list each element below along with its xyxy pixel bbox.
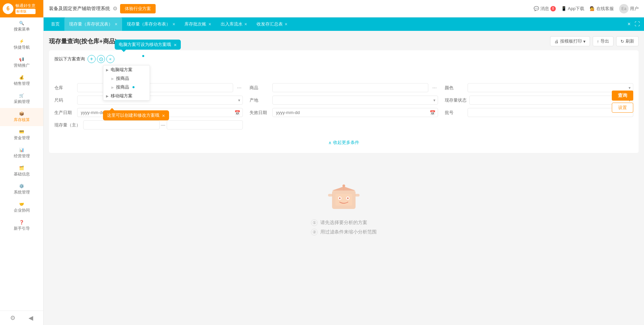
search-actions: 查询 设置 <box>612 91 633 113</box>
page-container: 现存量查询(按仓库+商品) 🖨 按模板打印 ▾ ↑ 导出 ↻ 刷新 <box>44 31 644 325</box>
search-button[interactable]: 查询 <box>612 91 633 101</box>
sidebar-item-inventory[interactable]: 📦 库存核算 <box>0 108 43 126</box>
export-btn[interactable]: ↑ 导出 <box>593 36 614 46</box>
app-download-btn[interactable]: 📱 App下载 <box>561 6 584 12</box>
online-service-btn[interactable]: 💁 在线客服 <box>590 6 614 12</box>
notice-btn[interactable]: 💬 消息 8 <box>534 6 556 12</box>
collapse-sidebar-btn[interactable]: ◀ <box>29 314 33 322</box>
tabs-close-all-btn[interactable]: × <box>626 20 632 29</box>
collapse-label: 收起更多条件 <box>333 140 359 146</box>
notice-label: 消息 <box>540 6 549 12</box>
origin-row: 产地 ▾ <box>250 96 438 105</box>
sidebar-item-basic[interactable]: 🗂️ 基础信息 <box>0 162 43 180</box>
warehouse-label: 仓库 <box>54 85 74 91</box>
print-btn[interactable]: 🖨 按模板打印 ▾ <box>550 36 590 46</box>
size-select[interactable] <box>77 96 243 105</box>
notice-icon: 💬 <box>534 6 539 11</box>
tab-home[interactable]: 首页 <box>46 17 64 31</box>
plan-item-2[interactable]: ▶ 按商品 <box>109 83 150 92</box>
sidebar-item-purchase[interactable]: 🛒 采购管理 <box>0 90 43 108</box>
tab-close-inventory-batch[interactable]: × <box>208 21 211 27</box>
stock-qty-row: 现存量（主） — <box>54 120 243 129</box>
exp-date-row: 失效日期 📅 <box>250 108 438 117</box>
goods-ellipsis[interactable]: ··· <box>431 85 438 91</box>
print-icon: 🖨 <box>554 39 559 44</box>
batch-input[interactable] <box>468 108 633 117</box>
stock-status-select[interactable] <box>469 96 633 105</box>
page-title: 现存量查询(按仓库+商品) <box>49 37 117 45</box>
prod-date-icon[interactable]: 📅 <box>234 110 240 115</box>
copy-plan-btn[interactable]: ⊙ <box>97 55 105 63</box>
sidebar-item-operations[interactable]: 📊 经营管理 <box>0 144 43 162</box>
system-name: 装备及固定资产辅助管理系统 <box>49 6 110 12</box>
user-avatar: Ea <box>619 4 629 13</box>
svg-rect-1 <box>335 194 352 206</box>
color-select[interactable] <box>468 83 633 92</box>
add-plan-btn[interactable]: + <box>88 55 96 63</box>
tooltip-bottom-close[interactable]: × <box>162 113 165 118</box>
desktop-plan-group[interactable]: ▶ 电脑端方案 <box>103 65 150 74</box>
color-row: 颜色 ▾ <box>445 83 633 92</box>
sidebar-item-marketing[interactable]: 📢 营销推广 <box>0 54 43 72</box>
user-menu-btn[interactable]: Ea 用户 <box>619 4 639 13</box>
tab-close-in-out-flow[interactable]: × <box>245 21 247 27</box>
sidebar-item-sales[interactable]: 💰 销售管理 <box>0 72 43 90</box>
tab-receive-send[interactable]: 收发存汇总表 × <box>252 17 292 31</box>
reset-button[interactable]: 设置 <box>612 103 633 113</box>
move-plan-btn[interactable]: « <box>106 55 114 63</box>
warehouse-ellipsis[interactable]: ··· <box>236 85 243 91</box>
tab-inventory-batch[interactable]: 库存批次账 × <box>180 17 216 31</box>
settings-footer-btn[interactable]: ⚙ <box>10 314 15 322</box>
stock-status-label: 现存量状态 <box>445 97 467 103</box>
goods-input[interactable] <box>272 83 428 92</box>
empty-steps: ① 请先选择要分析的方案 ② 用过滤条件来缩小分析范围 <box>311 219 377 235</box>
prod-date-label: 生产日期 <box>54 110 74 116</box>
tab-close-inventory-status[interactable]: × <box>115 21 117 27</box>
tab-inventory-status[interactable]: 现存量（库存状况表） × <box>64 17 122 31</box>
sidebar-footer: ⚙ ◀ <box>0 311 43 325</box>
sidebar-item-search[interactable]: 🔍 搜索菜单 <box>0 17 43 36</box>
sidebar-item-system[interactable]: ⚙️ 系统管理 <box>0 180 43 199</box>
svg-rect-9 <box>355 194 360 197</box>
tab-close-receive-send[interactable]: × <box>285 21 287 27</box>
mobile-plan-group[interactable]: ▶ 移动端方案 <box>103 92 150 100</box>
origin-select[interactable] <box>272 96 438 105</box>
tab-inventory-dist[interactable]: 现存量（库存分布表） × <box>122 17 180 31</box>
timeline-dot <box>142 54 145 58</box>
tooltip-top-close[interactable]: × <box>174 42 177 48</box>
warehouse-input[interactable] <box>77 83 233 92</box>
settings-icon[interactable]: ⚙ <box>113 5 117 12</box>
trial-btn[interactable]: 体验行业方案 <box>120 4 156 13</box>
sidebar-item-enterprise[interactable]: 🤝 企业协同 <box>0 199 43 217</box>
tooltip-text: 电脑方案可设为移动方案哦 <box>119 42 171 48</box>
tabs-actions: × ⛶ <box>626 20 641 29</box>
collapse-bar[interactable]: ∧ 收起更多条件 <box>54 137 633 148</box>
sidebar-item-finance[interactable]: 💳 资金管理 <box>0 126 43 144</box>
exp-date-icon[interactable]: 📅 <box>430 110 435 115</box>
tab-close-inventory-dist[interactable]: × <box>172 21 175 27</box>
query-panel: 按以下方案查询 + ⊙ « 电脑方案可设为移动方案哦 × ▶ 电脑端方案 <box>49 50 639 153</box>
tooltip-bottom-text: 这里可以创建和修改方案哦 <box>107 112 159 118</box>
user-label: 用户 <box>630 6 639 12</box>
tabs-fullscreen-btn[interactable]: ⛶ <box>633 20 641 29</box>
stock-qty-min[interactable] <box>83 120 160 129</box>
origin-label: 产地 <box>250 97 270 103</box>
size-label: 尺码 <box>54 97 74 103</box>
notice-badge: 8 <box>550 6 556 11</box>
refresh-btn[interactable]: ↻ 刷新 <box>616 36 639 46</box>
tooltip-create-plan: 这里可以创建和修改方案哦 × <box>103 110 169 120</box>
sidebar-item-quicknav[interactable]: ⚡ 快捷导航 <box>0 36 43 54</box>
tabs-bar: 首页 现存量（库存状况表） × 现存量（库存分布表） × 库存批次账 × 出入库… <box>44 17 644 31</box>
tab-in-out-flow[interactable]: 出入库流水 × <box>216 17 252 31</box>
color-label: 颜色 <box>445 85 465 91</box>
sidebar-nav: 🔍 搜索菜单 ⚡ 快捷导航 📢 营销推广 💰 销售管理 🛒 采购管理 📦 库存核… <box>0 17 43 311</box>
logo-text: 畅通好生意 <box>15 3 36 9</box>
print-arrow: ▾ <box>583 39 586 44</box>
sidebar-item-guide[interactable]: ❓ 新手引导 <box>0 217 43 235</box>
stock-qty-max[interactable] <box>167 120 243 129</box>
query-header-label: 按以下方案查询 <box>54 56 85 62</box>
exp-date-label: 失效日期 <box>250 110 270 116</box>
plan-item-1[interactable]: ▶ 按商品 <box>109 74 150 83</box>
exp-date-input[interactable] <box>272 108 438 117</box>
range-sep: — <box>161 122 165 127</box>
